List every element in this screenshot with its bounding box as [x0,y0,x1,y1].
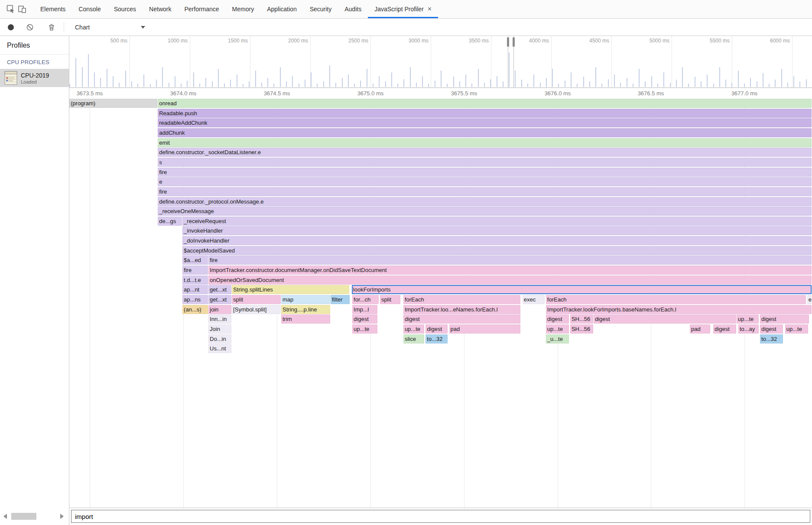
flame-bar[interactable]: to...ay [738,324,759,334]
flame-bar[interactable]: pad [449,324,520,334]
tab-security[interactable]: Security [303,0,338,18]
flame-bar[interactable]: readableAddChunk [158,118,812,127]
flame-bar[interactable]: Readable.push [158,109,812,118]
tab-sources[interactable]: Sources [107,0,143,18]
flame-bar[interactable]: String....p.line [281,305,330,314]
flame-bar[interactable]: digest [425,324,447,334]
tab-console[interactable]: Console [72,0,107,18]
flame-bar[interactable]: get...xt [208,285,231,294]
flame-bar[interactable]: digest [546,314,569,324]
flame-bar[interactable]: _receiveOneMessage [158,207,812,216]
flame-bar[interactable]: define.constructor._protocol.onMessage.e [158,197,812,206]
flame-bar[interactable]: ap...nt [182,285,208,294]
flame-bar[interactable]: SH...56 [570,324,593,334]
flame-bar[interactable]: filter [331,295,350,304]
filter-input[interactable] [71,510,810,523]
clear-icon[interactable] [25,23,35,32]
flame-bar[interactable]: split [232,295,281,304]
flame-bar[interactable]: Join [208,324,231,334]
flame-bar[interactable]: exec [523,295,545,304]
delete-profile-icon[interactable] [47,23,56,32]
flame-bar[interactable]: trim [281,314,330,324]
flame-bar[interactable]: fire [208,256,812,265]
flame-bar[interactable]: digest [760,324,783,334]
flame-bar[interactable]: String.splitLines [232,285,349,294]
view-mode-select[interactable]: Chart [71,22,149,33]
flame-bar[interactable]: up...te [352,324,377,334]
flame-bar[interactable]: up...te [403,324,424,334]
flame-bar[interactable]: ImportTracker.constructor.documentManage… [208,266,812,275]
flame-chart[interactable]: (program)onreadReadable.pushreadableAddC… [69,99,812,508]
flame-bar[interactable]: e [158,177,812,186]
flame-bar[interactable]: t.d...t.e [182,275,208,285]
record-button[interactable] [8,24,14,30]
flame-bar[interactable]: Us...nt [208,344,231,353]
scrollbar-thumb[interactable] [11,513,36,520]
flame-bar[interactable]: fire [182,266,208,275]
flame-bar[interactable]: split [380,295,400,304]
flame-bar[interactable]: digest [352,314,377,324]
flame-bar[interactable]: addChunk [158,128,812,137]
flame-bar[interactable]: join [208,305,231,314]
flame-bar[interactable]: digest [594,314,736,324]
tab-elements[interactable]: Elements [34,0,72,18]
flame-bar[interactable]: _doInvokeHandler [182,236,812,245]
flame-bar[interactable]: lookForImports [352,285,812,294]
flame-bar[interactable]: ImportTracker.loo...eNames.forEach.l [403,305,520,314]
flame-bar[interactable]: _receiveRequest [182,217,812,226]
flame-bar[interactable]: $a...ed [182,256,208,265]
tab-performance[interactable]: Performance [178,0,225,18]
flame-bar[interactable]: fire [158,168,812,177]
tab-audits[interactable]: Audits [338,0,368,18]
overview-selection-handle-right[interactable] [513,37,515,47]
flame-bar[interactable]: slice [403,334,424,344]
flame-bar[interactable]: get...xt [208,295,231,304]
tab-memory[interactable]: Memory [226,0,261,18]
close-tab-icon[interactable]: × [428,6,432,13]
flame-bar[interactable]: Imp...l [352,305,377,314]
flame-bar[interactable]: up...te [546,324,569,334]
flame-bar[interactable]: Do...in [208,334,231,344]
flame-bar[interactable]: ex [807,295,812,304]
flame-bar[interactable]: $acceptModelSaved [182,246,812,255]
flame-bar[interactable]: s [158,158,812,167]
flame-bar[interactable]: ImportTracker.lookForImports.baseNames.f… [546,305,812,314]
flame-bar[interactable]: _u...te [546,334,569,344]
device-toolbar-icon[interactable] [16,3,28,15]
flame-bar[interactable]: define.constructor._socketDataListener.e [158,148,812,157]
flame-bar[interactable]: forEach [403,295,520,304]
flame-bar[interactable]: up...te [737,314,759,324]
flame-bar[interactable]: SH...56 [570,314,593,324]
flame-bar[interactable]: up...te [785,324,808,334]
flame-bar[interactable]: forEach [546,295,806,304]
sidebar-hscrollbar[interactable] [0,508,69,525]
tab-javascript-profiler[interactable]: JavaScript Profiler× [368,0,438,18]
flame-bar[interactable]: pad [690,324,710,334]
scroll-right-icon[interactable] [60,514,64,519]
flame-bar[interactable]: fire [158,187,812,196]
flame-bar[interactable]: onread [158,99,812,108]
flame-bar[interactable]: digest [760,314,809,324]
flame-bar[interactable]: digest [713,324,736,334]
flame-bar[interactable]: (an...s) [182,305,208,314]
flame-bar[interactable]: emit [158,138,812,147]
overview-selection-handle-left[interactable] [507,37,509,47]
timeline-overview[interactable]: 500 ms1000 ms1500 ms2000 ms2500 ms3000 m… [69,36,812,88]
flame-bar[interactable]: for...ch [352,295,379,304]
flame-bar[interactable]: (program) [69,99,157,108]
tab-application[interactable]: Application [260,0,303,18]
flame-bar[interactable]: de...gs [158,217,182,226]
flame-bar[interactable]: onOpenedOrSavedDocument [208,275,812,285]
scroll-left-icon[interactable] [3,514,7,519]
flame-bar[interactable]: Inn...in [208,314,231,324]
inspect-element-icon[interactable] [5,3,16,15]
flame-bar[interactable]: _invokeHandler [182,226,812,235]
flame-bar[interactable]: ap...ns [182,295,208,304]
flame-bar[interactable]: digest [403,314,520,324]
flame-bar[interactable]: [Symbol.split] [232,305,281,314]
flame-bar[interactable]: map [281,295,330,304]
profile-item-cpu-2019[interactable]: CPU-2019 Loaded [0,69,69,87]
flame-bar[interactable]: to...32 [425,334,447,344]
tab-network[interactable]: Network [143,0,178,18]
flame-bar[interactable]: to...32 [760,334,783,344]
